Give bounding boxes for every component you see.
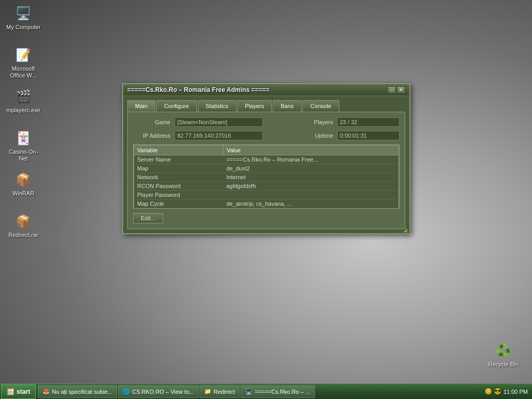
dialog-window: =====Cs.Rko.Ro – Romania Free Admins ===… — [122, 83, 410, 234]
table-row[interactable]: Server Name=====Cs.Rko.Ro – Romania Free… — [134, 155, 399, 164]
taskbar-csrko-label: CS.RKO.RO – View to... — [132, 389, 194, 395]
variable-table-container[interactable]: Variable Value Server Name=====Cs.Rko.Ro… — [133, 144, 400, 209]
my-computer-icon: 🖥️ — [15, 5, 32, 22]
tab-bar: Main Configure Statistics Players Bans C… — [127, 100, 405, 112]
desktop-icon-casino[interactable]: 🃏 Casino-On-Net — [5, 130, 42, 162]
dialog-title: =====Cs.Rko.Ro – Romania Free Admins ===… — [127, 86, 270, 94]
mplayerc-label: mplayerc.exe — [6, 107, 40, 114]
tab-content-main: Game Players IP Address Uptime — [127, 112, 405, 229]
fields-row1: Game Players — [133, 117, 400, 127]
redirect-rar-label: Redirect.rar — [8, 232, 38, 238]
clock: 11:00 PM — [503, 389, 528, 395]
taskbar: 🪟 start 🦊 Nu ați specificat subie... 🌐 C… — [0, 383, 532, 399]
field-game: Game — [133, 117, 263, 127]
players-input[interactable] — [337, 117, 400, 127]
field-ip: IP Address — [133, 131, 263, 140]
close-button[interactable]: ✕ — [397, 86, 405, 94]
table-cell-value — [223, 191, 399, 200]
table-row[interactable]: Mapde_dust2 — [134, 164, 399, 173]
edit-button[interactable]: Edit... — [133, 213, 163, 223]
taskbar-firefox-label: Nu ați specificat subie... — [52, 389, 112, 395]
game-input[interactable] — [175, 117, 263, 127]
desktop: 🖥️ My Computer 📝 Microsoft Office W... 🎬… — [0, 0, 532, 399]
fields-row2: IP Address Uptime — [133, 131, 400, 140]
taskbar-redirect-label: Redirect — [214, 389, 235, 395]
resize-handle[interactable]: ◢ — [403, 227, 408, 232]
table-row[interactable]: Player Password — [134, 191, 399, 200]
dialog-titlebar: =====Cs.Rko.Ro – Romania Free Admins ===… — [123, 84, 409, 96]
table-cell-variable: Player Password — [134, 191, 223, 200]
app-icon: 🖥️ — [245, 388, 252, 395]
col-header-variable: Variable — [134, 145, 223, 155]
desktop-icon-mplayerc[interactable]: 🎬 mplayerc.exe — [5, 88, 42, 114]
table-row[interactable]: NetworkInternet — [134, 173, 399, 182]
ip-input[interactable] — [175, 131, 263, 140]
redirect-rar-icon: 📦 — [15, 213, 32, 230]
table-cell-variable: Map Cycle — [134, 200, 223, 208]
browser-icon: 🌐 — [123, 388, 130, 395]
desktop-icon-winrar[interactable]: 📦 WinRAR — [5, 171, 42, 197]
firefox-icon: 🦊 — [43, 388, 50, 395]
ip-label: IP Address — [133, 132, 175, 139]
taskbar-item-firefox[interactable]: 🦊 Nu ați specificat subie... — [38, 385, 117, 398]
tab-configure[interactable]: Configure — [156, 100, 197, 112]
taskbar-item-cs-rko-app[interactable]: 🖥️ =====Cs.Rko.Ro – ... — [241, 385, 315, 398]
winrar-icon: 📦 — [15, 171, 32, 188]
windows-logo-icon: 🪟 — [7, 388, 15, 395]
field-players: Players — [296, 117, 400, 127]
folder-icon: 📁 — [204, 388, 211, 395]
game-label: Game — [133, 119, 175, 125]
taskbar-items: 🦊 Nu ați specificat subie... 🌐 CS.RKO.RO… — [38, 385, 478, 398]
table-cell-variable: Server Name — [134, 155, 223, 164]
taskbar-tray: 😊 😎 11:00 PM — [481, 388, 532, 395]
col-header-value: Value — [223, 145, 399, 155]
taskbar-cs-rko-label: =====Cs.Rko.Ro – ... — [255, 389, 310, 395]
table-cell-value: de_dust2 — [223, 164, 399, 173]
mplayerc-icon: 🎬 — [15, 88, 32, 105]
winrar-label: WinRAR — [12, 190, 34, 197]
variable-table: Variable Value Server Name=====Cs.Rko.Ro… — [134, 145, 399, 208]
taskbar-item-csrko[interactable]: 🌐 CS.RKO.RO – View to... — [118, 385, 198, 398]
taskbar-item-redirect[interactable]: 📁 Redirect — [200, 385, 240, 398]
uptime-label: Uptime — [296, 132, 337, 139]
desktop-icon-my-computer[interactable]: 🖥️ My Computer — [5, 5, 42, 31]
tray-icon-2: 😎 — [494, 388, 501, 395]
table-cell-variable: Network — [134, 173, 223, 182]
recycle-bin-icon: ♻️ — [495, 342, 512, 359]
casino-label: Casino-On-Net — [5, 149, 42, 162]
table-row[interactable]: RCON Passwordagfdgsfdsfh — [134, 182, 399, 191]
table-cell-value: agfdgsfdsfh — [223, 182, 399, 191]
table-cell-value: Internet — [223, 173, 399, 182]
table-cell-value: de_airstrip, cs_havana, ... — [223, 200, 399, 208]
dialog-content: Main Configure Statistics Players Bans C… — [123, 96, 409, 233]
casino-icon: 🃏 — [15, 130, 32, 147]
tab-main[interactable]: Main — [127, 100, 155, 112]
table-cell-variable: RCON Password — [134, 182, 223, 191]
tab-bans[interactable]: Bans — [273, 100, 301, 112]
table-row[interactable]: Map Cyclede_airstrip, cs_havana, ... — [134, 200, 399, 208]
start-label: start — [17, 388, 30, 395]
ms-office-label: Microsoft Office W... — [5, 65, 42, 79]
field-uptime: Uptime — [296, 131, 400, 140]
desktop-icon-ms-office[interactable]: 📝 Microsoft Office W... — [5, 47, 42, 79]
recycle-bin-label: Recycle Bin — [488, 361, 518, 368]
tray-icon-1: 😊 — [485, 388, 492, 395]
tab-players[interactable]: Players — [237, 100, 272, 112]
table-cell-value: =====Cs.Rko.Ro – Romania Free... — [223, 155, 399, 164]
table-cell-variable: Map — [134, 164, 223, 173]
ms-office-icon: 📝 — [15, 47, 32, 63]
minimize-button[interactable]: – — [388, 86, 396, 94]
start-button[interactable]: 🪟 start — [1, 384, 36, 399]
my-computer-label: My Computer — [6, 24, 41, 31]
dialog-controls: – ✕ — [388, 86, 405, 94]
players-label: Players — [296, 119, 337, 125]
uptime-input[interactable] — [337, 131, 400, 140]
desktop-icon-recycle-bin[interactable]: ♻️ Recycle Bin — [485, 342, 522, 368]
tab-statistics[interactable]: Statistics — [198, 100, 236, 112]
desktop-icon-redirect-rar[interactable]: 📦 Redirect.rar — [5, 213, 42, 238]
tab-console[interactable]: Console — [302, 100, 339, 112]
